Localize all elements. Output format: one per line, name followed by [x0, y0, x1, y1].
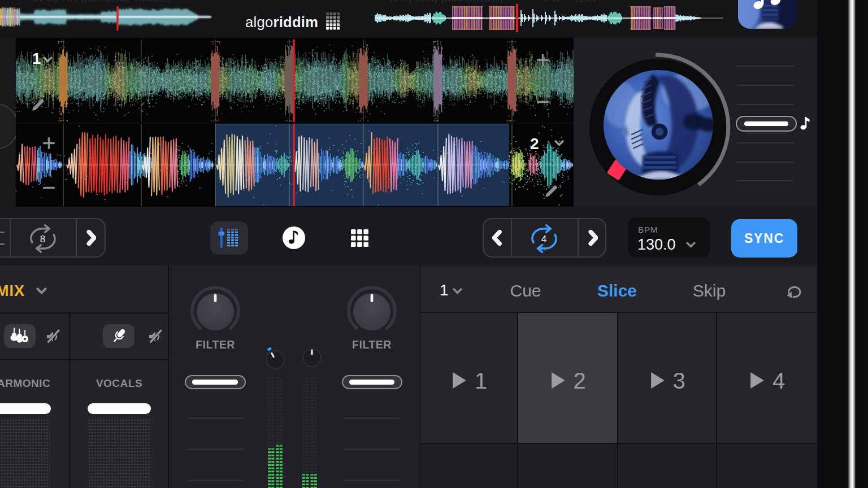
svg-text:4: 4: [541, 234, 546, 245]
